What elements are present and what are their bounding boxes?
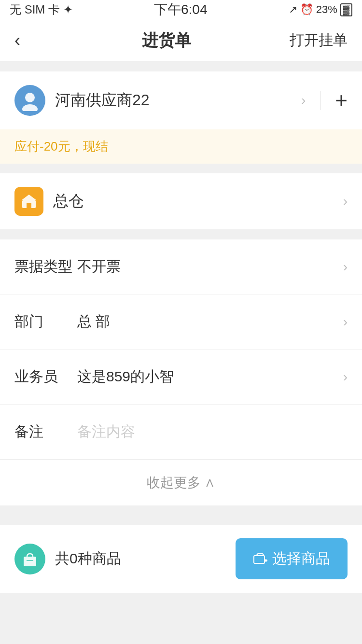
signal-text: 无 SIM 卡 ✦ (10, 2, 73, 17)
note-label: 备注 (14, 422, 77, 442)
svg-rect-5 (24, 557, 36, 566)
svg-point-0 (25, 93, 35, 102)
select-product-button[interactable]: 选择商品 (236, 538, 348, 579)
invoice-value: 不开票 (77, 257, 343, 277)
page-title: 进货单 (142, 29, 191, 52)
svg-rect-4 (27, 203, 31, 208)
salesman-chevron-icon: › (343, 369, 348, 385)
product-count: 共0种商品 (55, 549, 236, 569)
collapse-label: 收起更多 ∧ (147, 474, 216, 492)
supplier-card: 河南供应商22 › + 应付-20元，现结 (0, 71, 362, 164)
section-gap-4 (0, 505, 362, 515)
invoice-label: 票据类型 (14, 257, 77, 277)
shopping-bag-icon (21, 550, 39, 568)
note-placeholder: 备注内容 (77, 422, 348, 442)
invoice-row[interactable]: 票据类型 不开票 › (0, 239, 362, 294)
department-row[interactable]: 部门 总 部 › (0, 294, 362, 350)
status-right: ↗ ⏰ 23% ▓ (289, 3, 352, 16)
warehouse-icon-wrap (14, 187, 43, 216)
svg-marker-3 (21, 195, 37, 200)
salesman-row[interactable]: 业务员 这是859的小智 › (0, 350, 362, 405)
section-gap-2 (0, 164, 362, 173)
select-product-label: 选择商品 (272, 549, 330, 569)
alarm-icon: ⏰ (300, 3, 313, 16)
open-pending-button[interactable]: 打开挂单 (290, 30, 348, 50)
warehouse-chevron-icon: › (343, 194, 348, 209)
nav-bar: ‹ 进货单 打开挂单 (0, 19, 362, 62)
supplier-avatar (14, 85, 45, 116)
warehouse-name: 总仓 (53, 191, 343, 212)
supplier-chevron-icon: › (301, 93, 306, 108)
person-icon (14, 85, 45, 116)
product-icon-wrap (14, 544, 45, 574)
status-time: 下午6:04 (154, 0, 208, 19)
salesman-value: 这是859的小智 (77, 367, 343, 387)
section-gap-1 (0, 62, 362, 71)
battery-text: 23% (316, 3, 337, 16)
location-icon: ↗ (289, 3, 297, 16)
department-label: 部门 (14, 312, 77, 332)
svg-point-1 (22, 104, 38, 111)
status-left: 无 SIM 卡 ✦ (10, 2, 73, 17)
back-button[interactable]: ‹ (14, 30, 43, 51)
department-value: 总 部 (77, 312, 343, 332)
battery-icon: ▓ (340, 3, 352, 16)
section-gap-3 (0, 230, 362, 239)
svg-rect-6 (254, 556, 265, 563)
status-bar: 无 SIM 卡 ✦ 下午6:04 ↗ ⏰ 23% ▓ (0, 0, 362, 19)
form-section: 票据类型 不开票 › 部门 总 部 › 业务员 这是859的小智 › 备注 备注… (0, 239, 362, 505)
collapse-row[interactable]: 收起更多 ∧ (0, 460, 362, 505)
supplier-right-actions: › + (301, 88, 348, 112)
supplier-name: 河南供应商22 (55, 90, 301, 111)
vertical-divider (320, 91, 320, 110)
salesman-label: 业务员 (14, 367, 77, 387)
balance-notice: 应付-20元，现结 (0, 129, 362, 164)
warehouse-icon (20, 193, 38, 210)
invoice-chevron-icon: › (343, 259, 348, 275)
department-chevron-icon: › (343, 314, 348, 330)
warehouse-row[interactable]: 总仓 › (0, 173, 362, 230)
note-row[interactable]: 备注 备注内容 (0, 405, 362, 460)
supplier-row[interactable]: 河南供应商22 › + (0, 71, 362, 129)
bottom-section: 共0种商品 选择商品 (0, 525, 362, 593)
cart-plus-icon (253, 552, 267, 566)
add-supplier-button[interactable]: + (335, 88, 348, 112)
